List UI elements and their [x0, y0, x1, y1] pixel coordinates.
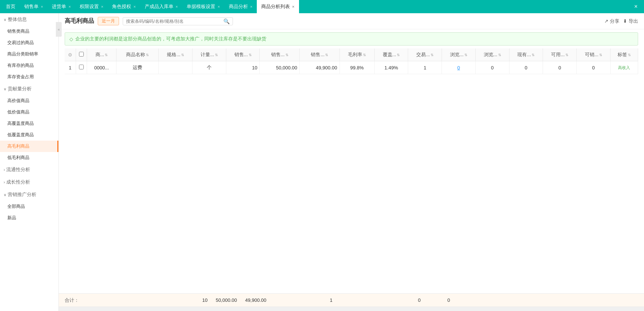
- nav-close-icon[interactable]: ×: [133, 4, 136, 9]
- sort-icon[interactable]: ⇅: [285, 53, 288, 57]
- cell-name: 运费: [116, 61, 159, 74]
- sidebar-section-成长性分析[interactable]: ›成长性分析: [0, 176, 58, 188]
- section-arrow: ∨: [4, 193, 6, 197]
- search-icon[interactable]: 🔍: [223, 18, 230, 24]
- col-header-grossMargin[interactable]: 毛利率⇅: [339, 48, 374, 61]
- content-area: 高毛利商品 近一月 🔍 ↗ 分享 ⬇ 导出 ◇ 企业的主要的利润都是这部分商品创…: [59, 13, 644, 311]
- sidebar-collapse-button[interactable]: «: [56, 22, 62, 37]
- sidebar-item-库存资金占用[interactable]: 库存资金占用: [0, 71, 58, 83]
- col-label: 销售...: [311, 52, 324, 57]
- export-button[interactable]: ⬇ 导出: [623, 18, 638, 25]
- col-header-browse1[interactable]: 浏览...⇅: [442, 48, 476, 61]
- sort-icon[interactable]: ⇅: [628, 53, 631, 57]
- select-all-checkbox[interactable]: [79, 52, 84, 57]
- sidebar-item-销售类商品[interactable]: 销售类商品: [0, 26, 58, 37]
- cell-code: 0000...: [87, 61, 116, 74]
- sidebar-item-高覆盖度商品[interactable]: 高覆盖度商品: [0, 118, 58, 129]
- col-header-unit[interactable]: 计量...⇅: [193, 48, 226, 61]
- sidebar-section-整体信息[interactable]: ∨整体信息: [0, 13, 58, 26]
- footer-sale-qty: 10: [182, 297, 211, 303]
- sidebar-item-交易过的商品[interactable]: 交易过的商品: [0, 37, 58, 48]
- sidebar-item-全部商品[interactable]: 全部商品: [0, 201, 58, 212]
- nav-item-销售单[interactable]: 销售单×: [20, 0, 47, 13]
- col-header-saleQty[interactable]: 销售...⇅: [226, 48, 260, 61]
- section-label: 整体信息: [8, 16, 27, 23]
- sort-icon[interactable]: ⇅: [146, 53, 149, 57]
- filter-button[interactable]: 近一月: [98, 17, 119, 25]
- sidebar-item-低价值商品[interactable]: 低价值商品: [0, 106, 58, 118]
- sidebar-item-新品[interactable]: 新品: [0, 212, 58, 224]
- sidebar-item-高价值商品[interactable]: 高价值商品: [0, 95, 58, 106]
- col-header-current[interactable]: 现有...⇅: [509, 48, 543, 61]
- sort-icon[interactable]: ⇅: [249, 53, 252, 57]
- nav-close-icon[interactable]: ×: [292, 4, 294, 9]
- col-header-transaction[interactable]: 交易...⇅: [408, 48, 442, 61]
- col-header-tag[interactable]: 标签⇅: [610, 48, 638, 61]
- nav-item-角色授权[interactable]: 角色授权×: [108, 0, 140, 13]
- col-label: 可用...: [551, 52, 565, 57]
- footer-sale-amt2: 49,900.00: [241, 297, 270, 303]
- sidebar-section-贡献量分析[interactable]: ∨贡献量分析: [0, 83, 58, 95]
- sidebar-section-流通性分析[interactable]: ›流通性分析: [0, 163, 58, 176]
- col-header-gear[interactable]: ⚙: [65, 48, 76, 61]
- window-close-button[interactable]: ×: [629, 0, 643, 13]
- export-label: 导出: [629, 18, 638, 25]
- nav-item-进货单[interactable]: 进货单×: [47, 0, 75, 13]
- col-header-checkbox[interactable]: [76, 48, 87, 61]
- footer-spacer3: [336, 297, 366, 303]
- nav-item-商品分析列表[interactable]: 商品分析列表×: [257, 0, 299, 13]
- col-header-saleable[interactable]: 可销...⇅: [576, 48, 610, 61]
- nav-close-icon[interactable]: ×: [217, 4, 220, 9]
- nav-item-首页[interactable]: 首页: [1, 0, 20, 13]
- sort-icon[interactable]: ⇅: [215, 53, 218, 57]
- cell-saleAmt: 50,000.00: [260, 61, 300, 74]
- sidebar-item-低毛利商品[interactable]: 低毛利商品: [0, 152, 58, 163]
- bottom-scrollbar[interactable]: [59, 307, 644, 311]
- sidebar-item-商品分类助销率[interactable]: 商品分类助销率: [0, 48, 58, 60]
- nav-item-单据模板设置[interactable]: 单据模板设置×: [182, 0, 224, 13]
- cell-checkbox[interactable]: [76, 61, 87, 74]
- sidebar-item-高毛利商品[interactable]: 高毛利商品: [0, 141, 58, 152]
- sort-icon[interactable]: ⇅: [325, 53, 328, 57]
- sort-icon[interactable]: ⇅: [599, 53, 602, 57]
- sort-icon[interactable]: ⇅: [565, 53, 568, 57]
- sort-icon[interactable]: ⇅: [181, 53, 184, 57]
- col-header-code[interactable]: 商...⇅: [87, 48, 116, 61]
- col-header-saleAmt2[interactable]: 销售...⇅: [300, 48, 340, 61]
- search-input[interactable]: [126, 19, 223, 24]
- sort-icon[interactable]: ⇅: [431, 53, 433, 57]
- sidebar-item-低覆盖度商品[interactable]: 低覆盖度商品: [0, 129, 58, 141]
- col-header-coverage[interactable]: 覆盖...⇅: [374, 48, 408, 61]
- sidebar-section-营销推广分析[interactable]: ∨营销推广分析: [0, 188, 58, 201]
- cell-browse1[interactable]: 0: [442, 61, 476, 74]
- nav-close-icon[interactable]: ×: [41, 4, 43, 9]
- sort-icon[interactable]: ⇅: [397, 53, 400, 57]
- col-header-browse2[interactable]: 浏览...⇅: [475, 48, 509, 61]
- search-box: 🔍: [123, 17, 233, 25]
- col-label: 覆盖...: [383, 52, 396, 57]
- section-arrow: ›: [4, 168, 5, 172]
- nav-close-icon[interactable]: ×: [68, 4, 71, 9]
- gear-icon[interactable]: ⚙: [68, 52, 72, 58]
- sort-icon[interactable]: ⇅: [498, 53, 501, 57]
- nav-item-商品分析[interactable]: 商品分析×: [224, 0, 257, 13]
- col-header-available[interactable]: 可用...⇅: [543, 48, 577, 61]
- nav-item-权限设置[interactable]: 权限设置×: [75, 0, 108, 13]
- cell-transaction: 1: [408, 61, 442, 74]
- sort-icon[interactable]: ⇅: [105, 53, 108, 57]
- sort-icon[interactable]: ⇅: [363, 53, 366, 57]
- col-header-spec[interactable]: 规格...⇅: [159, 48, 193, 61]
- cell-available: 0: [543, 61, 577, 74]
- nav-close-icon[interactable]: ×: [250, 4, 252, 9]
- sort-icon[interactable]: ⇅: [464, 53, 467, 57]
- share-button[interactable]: ↗ 分享: [604, 18, 619, 25]
- sort-icon[interactable]: ⇅: [532, 53, 535, 57]
- col-header-saleAmt[interactable]: 销售...⇅: [260, 48, 300, 61]
- nav-item-产成品入库单[interactable]: 产成品入库单×: [140, 0, 182, 13]
- col-header-name[interactable]: 商品名称⇅: [116, 48, 159, 61]
- sidebar-item-有库存的商品[interactable]: 有库存的商品: [0, 60, 58, 71]
- row-checkbox[interactable]: [79, 65, 84, 69]
- nav-close-icon[interactable]: ×: [176, 4, 178, 9]
- cell-index: 1: [65, 61, 76, 74]
- nav-close-icon[interactable]: ×: [101, 4, 103, 9]
